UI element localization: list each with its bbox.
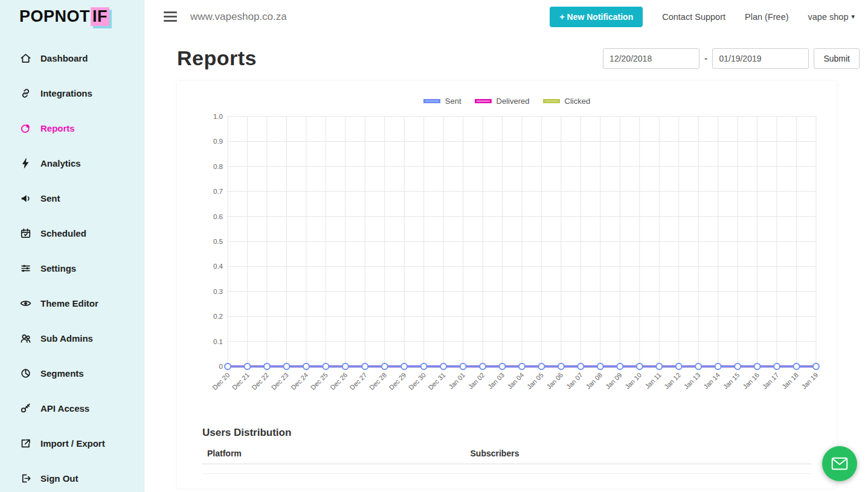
svg-text:Jan 04: Jan 04 (506, 371, 526, 391)
account-menu[interactable]: vape shop ▾ (808, 12, 855, 22)
table-empty-row (202, 464, 811, 474)
svg-text:Dec 21: Dec 21 (231, 371, 251, 391)
date-to-input[interactable] (712, 48, 809, 69)
new-notification-button[interactable]: + New Notification (550, 7, 643, 27)
svg-text:Jan 14: Jan 14 (702, 371, 721, 391)
sidebar-item-label: Reports (40, 123, 75, 133)
sidebar-item-label: Import / Export (40, 438, 105, 449)
app-root: POPNOTIF DashboardIntegrationsReportsAna… (0, 0, 868, 492)
svg-text:Jan 05: Jan 05 (526, 371, 545, 391)
legend-item-delivered[interactable]: Delivered (475, 97, 530, 106)
sidebar-item-reports[interactable]: Reports (0, 110, 144, 145)
svg-text:Jan 13: Jan 13 (683, 371, 702, 391)
svg-text:Dec 28: Dec 28 (368, 371, 388, 391)
sidebar-item-import-export[interactable]: Import / Export (0, 426, 144, 461)
page-content: Reports - Submit SentDeliveredClicked 00… (144, 33, 868, 492)
svg-text:Jan 19: Jan 19 (800, 371, 820, 391)
svg-text:0.9: 0.9 (213, 138, 223, 145)
svg-text:0.1: 0.1 (213, 338, 223, 345)
legend-label: Clicked (565, 97, 591, 106)
sidebar-item-integrations[interactable]: Integrations (0, 75, 144, 110)
users-distribution-table: Platform Subscribers (202, 449, 811, 474)
sidebar-item-label: Dashboard (40, 53, 88, 63)
signout-icon (19, 472, 31, 484)
svg-text:0: 0 (219, 363, 223, 370)
calendar-icon (19, 227, 31, 239)
brand-logo-accent: IF (91, 7, 109, 26)
sidebar-item-scheduled[interactable]: Scheduled (0, 216, 144, 251)
svg-text:Jan 07: Jan 07 (565, 371, 584, 391)
link-icon (19, 87, 31, 99)
sidebar-item-theme-editor[interactable]: Theme Editor (0, 286, 144, 321)
sidebar-item-api-access[interactable]: API Access (0, 391, 144, 426)
date-range-controls: - Submit (603, 48, 860, 69)
report-card: SentDeliveredClicked 00.10.20.30.40.50.6… (177, 81, 837, 488)
legend-item-sent[interactable]: Sent (423, 97, 461, 106)
svg-text:0.4: 0.4 (213, 263, 223, 270)
submit-button[interactable]: Submit (814, 48, 860, 69)
sidebar-item-label: Sign Out (40, 473, 79, 484)
contact-support-link[interactable]: Contact Support (662, 12, 725, 22)
svg-text:Jan 10: Jan 10 (623, 371, 643, 391)
sidebar-item-label: Integrations (40, 88, 92, 98)
table-header-row: Platform Subscribers (202, 449, 811, 464)
chart-legend: SentDeliveredClicked (193, 97, 821, 106)
export-icon (19, 437, 31, 449)
megaphone-icon (19, 192, 31, 204)
sidebar-item-label: Scheduled (40, 228, 86, 238)
sidebar-item-label: Sub Admins (40, 333, 93, 343)
svg-text:Jan 06: Jan 06 (545, 371, 565, 391)
key-icon (19, 402, 31, 414)
svg-text:Dec 20: Dec 20 (211, 371, 231, 391)
sidebar-item-settings[interactable]: Settings (0, 251, 144, 286)
caret-down-icon: ▾ (851, 13, 855, 21)
svg-text:0.5: 0.5 (213, 238, 223, 245)
sidebar-item-label: Sent (40, 193, 60, 203)
legend-swatch (543, 99, 560, 103)
envelope-icon (831, 456, 848, 471)
svg-text:Dec 31: Dec 31 (426, 371, 446, 391)
svg-text:Jan 17: Jan 17 (761, 371, 780, 391)
svg-text:Jan 18: Jan 18 (780, 371, 800, 391)
svg-text:Jan 02: Jan 02 (467, 371, 486, 391)
menu-icon[interactable] (162, 7, 178, 27)
legend-item-clicked[interactable]: Clicked (543, 97, 591, 106)
page-title: Reports (177, 46, 257, 70)
svg-text:Jan 09: Jan 09 (604, 371, 623, 391)
sidebar-item-sub-admins[interactable]: Sub Admins (0, 321, 144, 356)
sidebar: POPNOTIF DashboardIntegrationsReportsAna… (0, 0, 144, 492)
topbar: www.vapeshop.co.za + New Notification Co… (144, 0, 868, 33)
svg-text:0.6: 0.6 (213, 213, 223, 220)
sidebar-item-label: API Access (40, 403, 89, 414)
home-icon (19, 52, 31, 64)
svg-text:Dec 25: Dec 25 (309, 371, 329, 391)
account-label: vape shop (808, 12, 849, 22)
sidebar-item-analytics[interactable]: Analytics (0, 145, 144, 181)
svg-text:0.7: 0.7 (213, 188, 223, 195)
chat-button[interactable] (822, 446, 857, 481)
sidebar-item-label: Settings (40, 263, 76, 273)
sidebar-item-dashboard[interactable]: Dashboard (0, 40, 144, 75)
brand-logo-text: POPNOT (19, 7, 90, 26)
svg-text:Jan 11: Jan 11 (643, 371, 662, 390)
sidebar-item-sent[interactable]: Sent (0, 181, 144, 216)
users-icon (19, 332, 31, 344)
sidebar-item-sign-out[interactable]: Sign Out (0, 461, 144, 492)
sliders-icon (19, 262, 31, 274)
svg-text:Jan 12: Jan 12 (663, 371, 682, 391)
svg-text:Dec 29: Dec 29 (387, 371, 407, 391)
line-chart: 00.10.20.30.40.50.60.70.80.91.0Dec 20Dec… (193, 108, 821, 412)
legend-label: Sent (445, 97, 461, 106)
svg-text:Dec 22: Dec 22 (250, 371, 270, 391)
brand-logo[interactable]: POPNOTIF (0, 0, 144, 33)
column-header-platform: Platform (202, 449, 471, 458)
sidebar-nav: DashboardIntegrationsReportsAnalyticsSen… (0, 33, 144, 492)
legend-label: Delivered (497, 97, 530, 106)
users-distribution-title: Users Distribution (202, 427, 821, 439)
svg-text:Jan 03: Jan 03 (486, 371, 506, 391)
sidebar-item-segments[interactable]: Segments (0, 356, 144, 391)
plan-link[interactable]: Plan (Free) (745, 12, 789, 22)
column-header-subscribers: Subscribers (471, 449, 811, 458)
eye-icon (19, 297, 31, 309)
date-from-input[interactable] (603, 48, 699, 69)
